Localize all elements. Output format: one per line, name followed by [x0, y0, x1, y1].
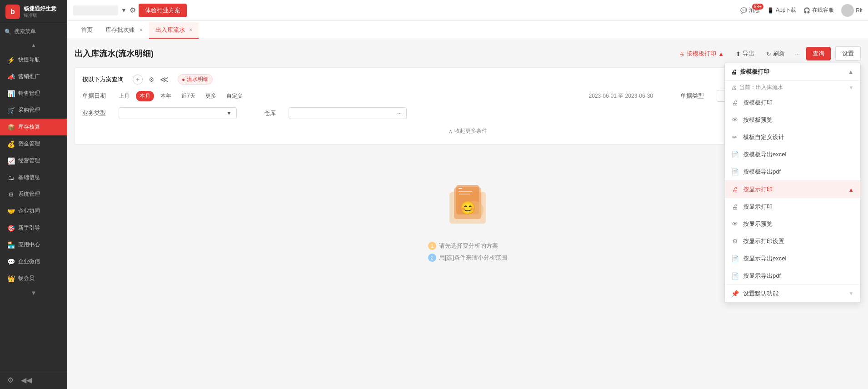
template-print-button[interactable]: 🖨 按模板打印 ▲ [675, 48, 728, 60]
svg-rect-3 [459, 188, 462, 189]
sidebar-item-label: 采购管理 [18, 106, 40, 114]
filter-add-button[interactable]: + [133, 75, 143, 85]
dropdown-collapse-arrow[interactable]: ▲ [848, 68, 854, 75]
date-range-display: 2023-06-01 至 2023-06-30 [589, 92, 653, 100]
dropdown-item-display-print[interactable]: 🖨 按显示打印 [725, 198, 860, 215]
message-button[interactable]: 💬 消息 99+ [740, 6, 760, 14]
sidebar-item-label: 新手引导 [18, 224, 40, 232]
excel-icon: 📄 [731, 151, 738, 158]
eye-icon: 👁 [731, 116, 738, 124]
sidebar-item-member[interactable]: 👑 畅会员 [0, 270, 67, 287]
sidebar-item-base[interactable]: 🗂 基础信息 [0, 169, 67, 186]
warehouse-more-icon[interactable]: ··· [397, 110, 402, 116]
query-button[interactable]: 查询 [806, 47, 831, 60]
pdf-icon: 📄 [731, 168, 738, 175]
collapse-label: 收起更多条件 [454, 127, 487, 135]
user-avatar-button[interactable]: Rit [841, 4, 863, 17]
dropdown-item-display-settings[interactable]: ⚙ 按显示打印设置 [725, 233, 860, 250]
tab-inout-flow-close[interactable]: × [189, 27, 192, 33]
collapse-sidebar-icon[interactable]: ◀◀ [21, 376, 32, 384]
dropdown-item-display-pdf[interactable]: 📄 按显示导出pdf [725, 267, 860, 284]
tab-inventory-batch-label: 库存批次账 [105, 26, 135, 33]
display-printer-icon: 🖨 [731, 203, 738, 210]
date-option-this-year[interactable]: 本年 [157, 91, 175, 101]
dropdown-item-display-preview[interactable]: 👁 按显示预览 [725, 215, 860, 233]
sidebar-item-sales[interactable]: 📊 销售管理 [0, 85, 67, 102]
dropdown-item-template-print[interactable]: 🖨 按模板打印 [725, 94, 860, 111]
sidebar-item-app-center[interactable]: 🏪 应用中心 [0, 236, 67, 253]
topbar-dropdown-arrow[interactable]: ▼ [121, 7, 127, 14]
sidebar-item-finance[interactable]: 💰 资金管理 [0, 135, 67, 152]
tab-inout-flow[interactable]: 出入库流水 × [149, 22, 199, 39]
sidebar-nav: ▲ ⚡ 快捷导航 📣 营销推广 📊 销售管理 🛒 采购管理 📦 库存核算 💰 资… [0, 39, 67, 371]
sidebar-scroll-down[interactable]: ▼ [0, 287, 67, 299]
refresh-button[interactable]: ↻ 刷新 [763, 48, 788, 60]
app-center-icon: 🏪 [7, 241, 15, 249]
date-option-7days[interactable]: 近7天 [178, 91, 199, 101]
sidebar-scroll-up[interactable]: ▲ [0, 39, 67, 51]
tab-inventory-batch-close[interactable]: × [140, 27, 143, 33]
dropdown-item-template-custom[interactable]: ✏ 模板自定义设计 [725, 129, 860, 146]
filter-collapse-icon[interactable]: ≪ [160, 75, 169, 85]
actions-more[interactable]: ··· [795, 50, 800, 57]
set-default-arrow: ▼ [848, 290, 854, 297]
export-label: 导出 [743, 50, 754, 58]
tab-inventory-batch[interactable]: 库存批次账 × [99, 22, 149, 39]
tab-inout-flow-label: 出入库流水 [155, 26, 185, 33]
sidebar-item-wechat[interactable]: 💬 企业微信 [0, 253, 67, 270]
sidebar-item-marketing[interactable]: 📣 营销推广 [0, 68, 67, 85]
online-service-label: 在线客服 [812, 6, 834, 14]
sidebar-logo-text: 畅捷通好生意 标准版 [24, 5, 56, 19]
topbar-breadcrumb: ▼ ⚙ 体验行业方案 [73, 4, 737, 17]
dropdown-item-set-default[interactable]: 📌 设置默认功能 ▼ [725, 285, 860, 302]
search-icon: 🔍 [5, 29, 11, 35]
dropdown-item-template-excel[interactable]: 📄 按模板导出excel [725, 146, 860, 163]
page-actions: 🖨 按模板打印 ▲ ⬆ 导出 ↻ 刷新 ··· 查询 设置 [675, 46, 861, 61]
collapse-arrow-icon: ∧ [449, 128, 453, 135]
date-option-custom[interactable]: 自定义 [223, 91, 246, 101]
dropdown-item-display-excel[interactable]: 📄 按显示导出excel [725, 250, 860, 267]
printer-icon-header: 🖨 [731, 69, 737, 75]
business-type-select[interactable]: ▼ [119, 107, 237, 119]
sidebar-item-enterprise[interactable]: 🤝 企业协同 [0, 203, 67, 219]
industry-solution-button[interactable]: 体验行业方案 [139, 4, 187, 17]
app-download-button[interactable]: 📱 App下载 [767, 6, 796, 14]
date-field-label: 单据日期 [82, 92, 106, 100]
online-service-button[interactable]: 🎧 在线客服 [803, 6, 834, 14]
sidebar-item-label: 库存核算 [18, 123, 40, 131]
date-option-this-month[interactable]: 本月 [136, 91, 154, 101]
page-header: 出入库流水(流水明细) 🖨 按模板打印 ▲ ⬆ 导出 ↻ 刷新 ··· 查询 设… [75, 46, 861, 61]
dropdown-item-template-pdf[interactable]: 📄 按模板导出pdf [725, 163, 860, 180]
warehouse-select[interactable]: ··· [289, 107, 407, 119]
sidebar-item-inventory[interactable]: 📦 库存核算 [0, 119, 67, 135]
enterprise-icon: 🤝 [7, 208, 15, 215]
warehouse-label: 仓库 [264, 109, 276, 117]
marketing-icon: 📣 [7, 73, 15, 80]
sidebar-item-guide[interactable]: 🎯 新手引导 [0, 219, 67, 236]
settings-button[interactable]: 设置 [835, 46, 861, 61]
sidebar-item-label: 畅会员 [18, 274, 35, 282]
export-button[interactable]: ⬆ 导出 [732, 48, 758, 60]
filter-settings-icon[interactable]: ⚙ [146, 75, 156, 85]
sidebar-item-quick-nav[interactable]: ⚡ 快捷导航 [0, 51, 67, 68]
sidebar-item-purchase[interactable]: 🛒 采购管理 [0, 102, 67, 119]
date-option-last-month[interactable]: 上月 [115, 91, 133, 101]
topbar-search-input[interactable] [73, 5, 118, 15]
display-pdf-icon: 📄 [731, 272, 738, 279]
quick-nav-icon: ⚡ [7, 56, 15, 64]
filter-sub-tag[interactable]: ● 流水明细 [178, 74, 213, 85]
dropdown-item-template-preview[interactable]: 👁 按模板预览 [725, 111, 860, 129]
sales-icon: 📊 [7, 90, 15, 97]
tab-home[interactable]: 首页 [75, 22, 99, 39]
page-content: 出入库流水(流水明细) 🖨 按模板打印 ▲ ⬆ 导出 ↻ 刷新 ··· 查询 设… [67, 39, 868, 389]
tip2-number: 2 [428, 254, 436, 262]
sidebar-search[interactable]: 🔍 搜索菜单 [0, 24, 67, 39]
business-type-arrow: ▼ [226, 110, 232, 116]
sidebar-item-operation[interactable]: 📈 经营管理 [0, 152, 67, 169]
settings-icon[interactable]: ⚙ [7, 376, 14, 384]
dropdown-header: 🖨 按模板打印 ▲ [725, 63, 860, 81]
filter-scheme-label: 按以下方案查询 [82, 75, 124, 84]
sidebar-item-system[interactable]: ⚙ 系统管理 [0, 186, 67, 203]
date-option-more[interactable]: 更多 [202, 91, 220, 101]
topbar-gear-icon[interactable]: ⚙ [130, 6, 136, 15]
